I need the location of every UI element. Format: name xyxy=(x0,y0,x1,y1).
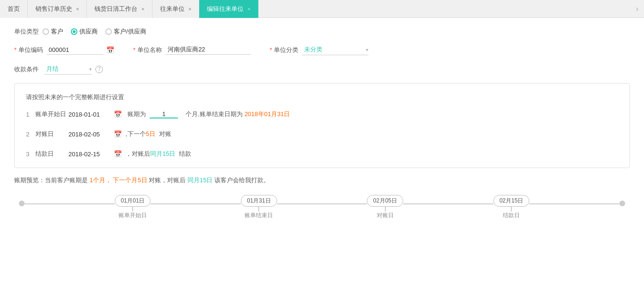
period-day-highlight-3: 同月15日 xyxy=(150,150,175,158)
tl-label-3: 对账日 xyxy=(377,211,394,219)
period-num-1: 1 xyxy=(26,111,35,118)
unit-name-group: * 单位名称 xyxy=(133,45,251,55)
tab-partner-label: 往来单位 xyxy=(160,5,185,13)
unit-name-label: 单位名称 xyxy=(137,46,162,54)
period-date-2: 2018-02-05 xyxy=(68,131,111,138)
period-name-3: 结款日 xyxy=(35,150,68,158)
radio-customer-circle xyxy=(42,28,49,35)
main-content: 单位类型 客户 供应商 客户/供应商 * 单位编码 📅 * 单位名称 xyxy=(0,18,644,287)
period-row-3: 3 结款日 2018-02-15 📅 ，对账后 同月15日 结款 xyxy=(26,150,618,158)
tab-cash-work[interactable]: 钱货日清工作台 × xyxy=(87,0,152,18)
radio-customer[interactable]: 客户 xyxy=(42,27,63,36)
tl-line-1 xyxy=(151,203,241,204)
period-name-2: 对账日 xyxy=(35,130,68,138)
tab-sales-close[interactable]: × xyxy=(76,6,79,12)
period-suffix2-before: ,下一个 xyxy=(126,130,146,138)
period-cal-icon-2[interactable]: 📅 xyxy=(114,130,122,138)
payment-help-icon[interactable]: ? xyxy=(95,66,103,73)
unit-cat-value: 未分类 xyxy=(302,44,364,55)
unit-type-row: 单位类型 客户 供应商 客户/供应商 xyxy=(14,27,630,36)
tl-connector-2 xyxy=(258,207,259,211)
radio-both-label: 客户/供应商 xyxy=(114,27,146,36)
period-row-2: 2 对账日 2018-02-05 📅 ,下一个 5日 对账 xyxy=(26,130,618,138)
tl-node-2: 01月31日 账单结束日 xyxy=(241,195,277,219)
period-suffix3-after: 结款 xyxy=(179,150,191,158)
radio-both-circle xyxy=(105,28,112,35)
tab-bar: 首页 销售订单历史 × 钱货日清工作台 × 往来单位 × 编辑往来单位 × › xyxy=(0,0,644,18)
chevron-down-icon: ▾ xyxy=(366,47,368,52)
period-title: 请按照未来的一个完整帐期进行设置 xyxy=(26,93,618,101)
preview-mid: 对账，对账后 xyxy=(149,177,186,184)
tab-partner-close[interactable]: × xyxy=(188,6,191,12)
tab-home-label: 首页 xyxy=(8,5,20,13)
preview-reconcile: 下一个月5日 xyxy=(113,177,147,184)
preview-payment: 同月15日 xyxy=(187,177,212,184)
radio-customer-label: 客户 xyxy=(51,27,63,36)
tl-dot-start xyxy=(19,201,25,206)
tl-connector-3 xyxy=(385,207,386,211)
preview-label: 账期预览：当前客户账期是 xyxy=(14,177,88,184)
radio-supplier-label: 供应商 xyxy=(79,27,98,36)
unit-code-input[interactable] xyxy=(47,45,103,55)
tab-cash-close[interactable]: × xyxy=(141,6,144,12)
tab-sales-label: 销售订单历史 xyxy=(35,5,72,13)
tl-node-3: 02月05日 对账日 xyxy=(367,195,403,219)
timeline-container: 01月01日 账单开始日 01月31日 账单结束日 02月05日 对账日 02月… xyxy=(14,195,630,219)
period-day-highlight-2: 5日 xyxy=(146,130,155,138)
period-date-3: 2018-02-15 xyxy=(68,151,111,158)
tab-partner-unit[interactable]: 往来单位 × xyxy=(153,0,199,18)
period-suffix-after-1: 个月,账单结束日期为 xyxy=(186,110,243,118)
period-suffix3-before: ，对账后 xyxy=(126,150,150,158)
tl-dot-end xyxy=(619,201,625,206)
period-date-1: 2018-01-01 xyxy=(68,111,111,118)
tl-connector-4 xyxy=(511,207,512,211)
tab-cash-label: 钱货日清工作台 xyxy=(94,5,137,13)
unit-code-group: * 单位编码 📅 xyxy=(14,45,114,55)
period-cal-icon-3[interactable]: 📅 xyxy=(114,150,122,158)
radio-both[interactable]: 客户/供应商 xyxy=(105,27,146,36)
tl-connector-1 xyxy=(132,207,133,211)
period-suffix-before-1: 账期为 xyxy=(127,110,146,118)
payment-select[interactable]: 月结 ▾ xyxy=(44,64,92,75)
payment-label: 收款条件 xyxy=(14,65,39,74)
unit-cat-select[interactable]: 未分类 ▾ xyxy=(302,44,368,55)
tl-line-0 xyxy=(25,203,115,204)
payment-chevron-icon: ▾ xyxy=(89,67,92,72)
tl-badge-2: 01月31日 xyxy=(241,195,277,207)
timeline-start-dot xyxy=(19,195,25,206)
unit-cat-label: 单位分类 xyxy=(274,46,298,54)
payment-value: 月结 xyxy=(44,64,87,74)
timeline-end-dot xyxy=(619,195,625,206)
tl-line-2 xyxy=(277,203,367,204)
radio-group-unit-type: 客户 供应商 客户/供应商 xyxy=(42,27,146,36)
tab-expand-btn[interactable]: › xyxy=(630,5,644,13)
unit-code-icon[interactable]: 📅 xyxy=(106,46,114,54)
period-num-2: 2 xyxy=(26,131,35,138)
payment-condition-row: 收款条件 月结 ▾ ? xyxy=(14,64,630,75)
tab-edit-label: 编辑往来单位 xyxy=(207,5,244,13)
unit-category-group: * 单位分类 未分类 ▾ xyxy=(270,44,368,55)
tab-sales-order-history[interactable]: 销售订单历史 × xyxy=(28,0,87,18)
tab-edit-close[interactable]: × xyxy=(247,6,250,12)
period-num-3: 3 xyxy=(26,151,35,158)
period-months-input[interactable] xyxy=(150,110,178,118)
preview-end: 该客户会给我打款。 xyxy=(214,177,270,184)
tl-badge-4: 02月15日 xyxy=(493,195,530,207)
unit-name-input[interactable] xyxy=(166,45,251,55)
unit-type-label: 单位类型 xyxy=(14,27,39,36)
tl-label-2: 账单结束日 xyxy=(245,211,273,219)
preview-text: 账期预览：当前客户账期是 1个月， 下一个月5日 对账，对账后 同月15日 该客… xyxy=(14,176,630,186)
period-end-date-highlight: 2018年01月31日 xyxy=(245,110,290,118)
period-row-1: 1 账单开始日 2018-01-01 📅 账期为 个月,账单结束日期为 2018… xyxy=(26,110,618,118)
period-suffix2-after: 对账 xyxy=(159,130,171,138)
unit-name-star: * xyxy=(133,46,136,53)
period-settings-box: 请按照未来的一个完整帐期进行设置 1 账单开始日 2018-01-01 📅 账期… xyxy=(14,83,630,168)
tab-edit-partner[interactable]: 编辑往来单位 × xyxy=(199,0,258,18)
radio-supplier[interactable]: 供应商 xyxy=(71,27,98,36)
unit-info-row: * 单位编码 📅 * 单位名称 * 单位分类 未分类 ▾ xyxy=(14,44,630,55)
period-cal-icon-1[interactable]: 📅 xyxy=(114,110,122,118)
tl-badge-3: 02月05日 xyxy=(367,195,403,207)
tab-home[interactable]: 首页 xyxy=(0,0,28,18)
tl-label-1: 账单开始日 xyxy=(119,211,147,219)
tl-node-1: 01月01日 账单开始日 xyxy=(115,195,151,219)
